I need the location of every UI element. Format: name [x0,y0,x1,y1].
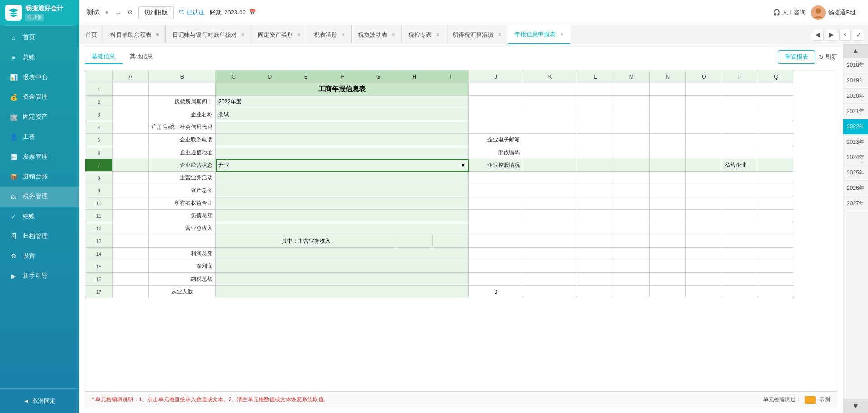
col-header-k[interactable]: K [523,70,577,83]
tab-tax-form[interactable]: 税表清册 × [307,25,352,44]
cell-17-q[interactable] [758,286,794,298]
cell-3-l[interactable] [577,108,613,121]
cell-13-j[interactable] [469,235,523,248]
sidebar-item-report[interactable]: 📊 报表中心 [0,67,79,87]
topbar-dropdown-arrow[interactable]: ▾ [105,9,108,16]
cell-15-b[interactable]: 净利润 [149,260,216,273]
col-header-i[interactable]: I [433,70,469,83]
cell-7-p[interactable]: 私营企业 [722,159,758,172]
cell-3-q[interactable] [758,108,794,121]
cell-13-m[interactable] [613,235,650,248]
cell-14-n[interactable] [650,248,686,260]
cell-6-j-label[interactable]: 邮政编码 [469,146,523,159]
cell-8-b[interactable]: 主营业务活动 [149,172,216,184]
sidebar-item-salary[interactable]: 👤 工资 [0,127,79,147]
sheet-tab-other[interactable]: 其他信息 [123,50,160,64]
year-nav-up[interactable]: ▲ [843,44,868,58]
cell-15-p[interactable] [722,260,758,273]
switch-old-version-button[interactable]: 切到旧版 [138,6,174,19]
cell-5-j-label[interactable]: 企业电子邮箱 [469,134,523,146]
cell-15-a[interactable] [113,260,149,273]
tab-maximize-button[interactable]: ⤢ [853,29,864,41]
cell-15-net-profit[interactable] [216,260,469,273]
col-header-a[interactable]: A [113,70,149,83]
cell-14-j[interactable] [469,248,523,260]
sidebar-item-ledger[interactable]: ≡ 总账 [0,47,79,67]
cell-8-business[interactable] [216,172,469,184]
cell-4-b[interactable]: 注册号/统一社会信用代码 [149,121,216,134]
tab-tax-wave-close[interactable]: × [392,32,395,38]
cell-16-l[interactable] [577,273,613,286]
cell-7-o[interactable] [686,159,722,172]
cell-13-main-revenue-label[interactable]: 其中：主营业务收入 [216,235,396,248]
cell-3-p[interactable] [722,108,758,121]
cell-1-title[interactable]: 工商年报信息表 [216,83,469,96]
tab-journal[interactable]: 日记账与银行对账单核对 × [166,25,251,44]
cell-17-k[interactable] [523,286,577,298]
cell-9-l[interactable] [577,184,613,197]
tab-income-tax-close[interactable]: × [498,32,501,38]
col-header-p[interactable]: P [722,70,758,83]
cell-1-b[interactable] [149,83,216,96]
cell-4-m[interactable] [613,121,650,134]
cell-11-k[interactable] [523,210,577,222]
cell-5-q[interactable] [758,134,794,146]
cell-8-m[interactable] [613,172,650,184]
cell-5-m[interactable] [613,134,650,146]
cell-14-q[interactable] [758,248,794,260]
cell-11-liability[interactable] [216,210,469,222]
cell-12-revenue[interactable] [216,222,469,235]
tab-aux[interactable]: 科目辅助余额表 × [104,25,166,44]
cell-17-b[interactable]: 从业人数 [149,286,216,298]
cell-3-n[interactable] [650,108,686,121]
cell-17-j[interactable]: 0 [469,286,523,298]
cell-1-o[interactable] [686,83,722,96]
cell-9-k[interactable] [523,184,577,197]
cell-2-o[interactable] [686,96,722,108]
cell-12-a[interactable] [113,222,149,235]
cell-8-p[interactable] [722,172,758,184]
cell-4-q[interactable] [758,121,794,134]
cell-8-j[interactable] [469,172,523,184]
sidebar-item-invoice[interactable]: 🧾 发票管理 [0,147,79,167]
sidebar-item-asset[interactable]: 🏢 固定资产 [0,107,79,127]
year-item-2022[interactable]: 2022年 [843,119,868,135]
cell-5-phone[interactable] [216,134,469,146]
tab-aux-close[interactable]: × [156,32,159,38]
cell-9-q[interactable] [758,184,794,197]
cell-15-k[interactable] [523,260,577,273]
cell-13-o[interactable] [686,235,722,248]
col-header-d[interactable]: D [252,70,288,83]
col-header-e[interactable]: E [288,70,324,83]
cell-10-q[interactable] [758,197,794,210]
col-header-o[interactable]: O [686,70,722,83]
cell-14-profit[interactable] [216,248,469,260]
cell-7-q[interactable] [758,159,794,172]
tab-tax-check-close[interactable]: × [436,32,439,38]
cell-15-n[interactable] [650,260,686,273]
tab-tax-check[interactable]: 税检专家 × [402,25,446,44]
sidebar-item-checkout[interactable]: ✓ 结账 [0,206,79,226]
cell-2-m[interactable] [613,96,650,108]
cell-5-o[interactable] [686,134,722,146]
sidebar-item-fund[interactable]: 💰 资金管理 [0,87,79,107]
cell-2-p[interactable] [722,96,758,108]
cell-5-a[interactable] [113,134,149,146]
cell-10-n[interactable] [650,197,686,210]
cell-9-j[interactable] [469,184,523,197]
topbar-add-button[interactable]: ＋ [114,7,122,18]
cell-12-b[interactable]: 营业总收入 [149,222,216,235]
cell-6-k[interactable] [523,146,577,159]
cell-16-o[interactable] [686,273,722,286]
cell-4-k[interactable] [523,121,577,134]
cell-13-b[interactable] [149,235,216,248]
cell-15-q[interactable] [758,260,794,273]
sidebar-item-guide[interactable]: ▶ 新手引导 [0,266,79,286]
cell-12-l[interactable] [577,222,613,235]
cell-9-p[interactable] [722,184,758,197]
tab-fixed-asset-close[interactable]: × [297,32,301,38]
cell-2-k[interactable] [523,96,577,108]
cell-5-b[interactable]: 企业联系电话 [149,134,216,146]
user-menu[interactable]: 畅捷通B组... [811,5,861,20]
cell-7-j-label[interactable]: 企业控股情况 [469,159,523,172]
